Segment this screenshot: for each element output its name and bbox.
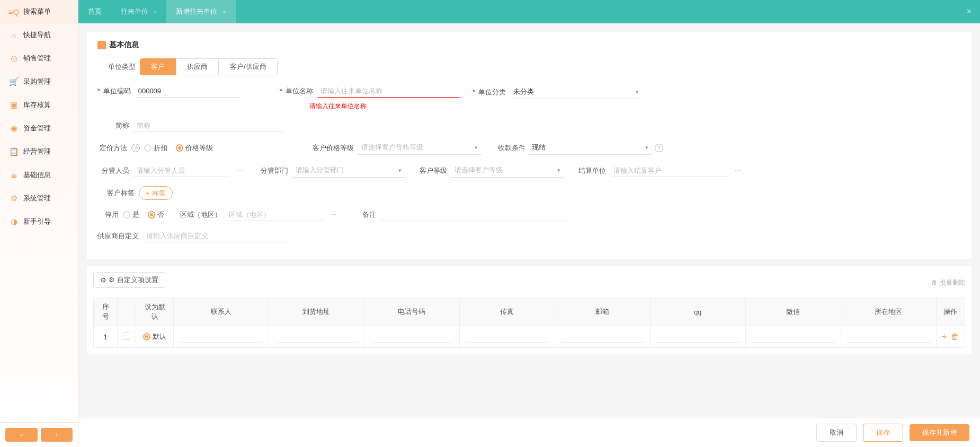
disabled-label: 停用 <box>97 210 119 220</box>
customer-level-select[interactable]: 请选择客户等级 ▾ <box>451 163 564 178</box>
col-contact: 联系人 <box>173 298 269 326</box>
close-all-tabs-button[interactable]: × <box>958 7 980 16</box>
region-input[interactable] <box>226 208 324 221</box>
sidebar-item-sales[interactable]: ◎ 销售管理 <box>0 47 78 70</box>
email-input[interactable] <box>560 330 645 343</box>
unit-type-supplier[interactable]: 供应商 <box>176 58 219 75</box>
section-title-text: 基本信息 <box>109 40 139 50</box>
sidebar-item-inventory[interactable]: ▣ 库存核算 <box>0 93 78 117</box>
sidebar-item-purchase[interactable]: 🛒 采购管理 <box>0 70 78 93</box>
wechat-input[interactable] <box>751 330 835 343</box>
supplier-custom-label: 供应商自定义 <box>97 231 139 241</box>
payment-terms-chevron-icon: ▾ <box>645 144 648 151</box>
add-tag-button[interactable]: + 标签 <box>139 186 173 200</box>
section-title: 基本信息 <box>97 40 961 50</box>
row-checkbox[interactable] <box>123 332 130 340</box>
sidebar-bottom-btn2[interactable]: ↑ <box>41 428 73 442</box>
sidebar-item-label: 搜索菜单 <box>23 7 51 16</box>
dept-select[interactable]: 请输入分管部门 ▾ <box>292 163 405 178</box>
disabled-no[interactable]: 否 <box>148 210 164 220</box>
dept-label: 分管部门 <box>256 166 288 176</box>
unit-name-field: * 单位名称 请输入往来单位名称 <box>280 85 460 111</box>
sidebar-item-label: 快捷导航 <box>23 30 51 40</box>
cell-address <box>269 326 364 348</box>
add-tag-plus-icon: + <box>146 189 150 197</box>
tab-new-counterparty-close[interactable]: × <box>222 8 226 15</box>
tab-home[interactable]: 首页 <box>78 0 111 23</box>
disabled-row: 停用 是 否 区域（地区） <box>97 208 961 221</box>
unit-code-required-star: * <box>97 87 100 95</box>
notes-input[interactable] <box>380 208 567 221</box>
sidebar-item-basic[interactable]: ≣ 基础信息 <box>0 163 78 187</box>
default-radio[interactable]: 默认 <box>141 332 167 341</box>
region-table-input[interactable] <box>847 330 931 343</box>
batch-delete-button[interactable]: 🗑 批量删除 <box>931 278 965 287</box>
pricing-method-label: 定价方法 ? <box>97 143 140 153</box>
address-input[interactable] <box>274 330 359 343</box>
custom-settings-button[interactable]: ⚙ ⚙ 自定义项设置 <box>93 272 165 288</box>
col-wechat: 微信 <box>745 298 841 326</box>
payment-terms-label: 收款条件 <box>494 143 525 153</box>
unit-type-customer[interactable]: 客户 <box>140 58 176 75</box>
save-new-button[interactable]: 保存并新增 <box>910 424 969 441</box>
sidebar-item-system[interactable]: ⚙ 系统管理 <box>0 187 78 210</box>
phone-input[interactable] <box>370 330 454 343</box>
tab-bar: 首页 往来单位 × 新增往来单位 × × <box>78 0 980 23</box>
sidebar-item-quicknav[interactable]: ⌂ 快捷导航 <box>0 23 78 47</box>
contact-input[interactable] <box>179 330 263 343</box>
dept-chevron-icon: ▾ <box>398 167 402 174</box>
sidebar-item-newbie[interactable]: ◑ 新手引导 <box>0 210 78 233</box>
settlement-label: 结算单位 <box>574 166 606 176</box>
col-region: 所在地区 <box>841 298 936 326</box>
cancel-button[interactable]: 取消 <box>816 424 857 442</box>
basic-info-card: 基本信息 单位类型 客户 供应商 客户/供应商 * 单 <box>87 32 972 259</box>
tab-new-counterparty[interactable]: 新增往来单位 × <box>166 0 235 23</box>
add-row-button[interactable]: + <box>942 332 947 341</box>
table-section: ⚙ ⚙ 自定义项设置 🗑 批量删除 序号 设为默认 联系人 到货地址 <box>87 266 972 354</box>
col-no: 序号 <box>94 298 118 326</box>
sidebar-item-finance[interactable]: ◉ 资金管理 <box>0 117 78 140</box>
manager-label: 分管人员 <box>97 166 129 176</box>
col-fax: 传真 <box>459 298 555 326</box>
customer-level-label: 客户等级 <box>415 166 447 176</box>
payment-terms-select[interactable]: 现结 ▾ <box>529 141 652 155</box>
settlement-more-btn[interactable]: ··· <box>733 166 744 176</box>
default-radio-indicator <box>143 333 150 340</box>
tab-counterparty-close[interactable]: × <box>154 8 157 15</box>
pricing-help-icon[interactable]: ? <box>131 144 140 152</box>
disabled-yes[interactable]: 是 <box>123 210 139 220</box>
pricing-radio-discount[interactable]: 折扣 <box>144 143 167 153</box>
purchase-icon: 🛒 <box>8 76 19 87</box>
unit-category-select[interactable]: 未分类 ▾ <box>510 85 642 99</box>
sidebar-bottom-btn1[interactable]: ○ <box>5 428 38 442</box>
manager-more-btn[interactable]: ··· <box>235 166 246 176</box>
fax-input[interactable] <box>465 330 549 343</box>
save-button[interactable]: 保存 <box>863 424 903 442</box>
short-name-input[interactable] <box>133 119 283 132</box>
dept-field: 分管部门 请输入分管部门 ▾ <box>256 163 405 178</box>
cell-checkbox <box>118 326 136 348</box>
col-default: 设为默认 <box>136 298 173 326</box>
sidebar-item-label: 库存核算 <box>23 100 51 110</box>
unit-name-input[interactable] <box>317 85 460 98</box>
sidebar-item-operations[interactable]: 📋 经营管理 <box>0 140 78 163</box>
tab-counterparty[interactable]: 往来单位 × <box>111 0 166 23</box>
payment-help-icon[interactable]: ? <box>655 144 663 152</box>
main-area: 首页 往来单位 × 新增往来单位 × × 基本信息 单位类型 <box>78 0 980 447</box>
region-more-btn[interactable]: ··· <box>328 210 339 220</box>
settlement-input[interactable] <box>610 164 728 177</box>
manager-row: 分管人员 ··· 分管部门 请输入分管部门 ▾ 客户等级 请选择客户等级 <box>97 163 961 178</box>
unit-code-input[interactable] <box>135 85 241 98</box>
supplier-custom-row: 供应商自定义 <box>97 230 961 242</box>
qq-input[interactable] <box>656 330 740 343</box>
sidebar-item-search[interactable]: ≡Q 搜索菜单 <box>0 0 78 23</box>
unit-type-both[interactable]: 客户/供应商 <box>219 58 278 75</box>
customer-price-select[interactable]: 请选择客户价格等级 ▾ <box>358 141 481 155</box>
delete-row-button[interactable]: 🗑 <box>951 332 959 341</box>
region-field: 区域（地区） ··· <box>180 208 339 221</box>
operations-icon: 📋 <box>8 146 19 157</box>
pricing-radio-price-level[interactable]: 价格等级 <box>176 143 213 153</box>
supplier-custom-input[interactable] <box>143 230 291 242</box>
customer-tag-row: 客户标签 + 标签 <box>97 186 961 200</box>
manager-input[interactable] <box>133 164 230 177</box>
